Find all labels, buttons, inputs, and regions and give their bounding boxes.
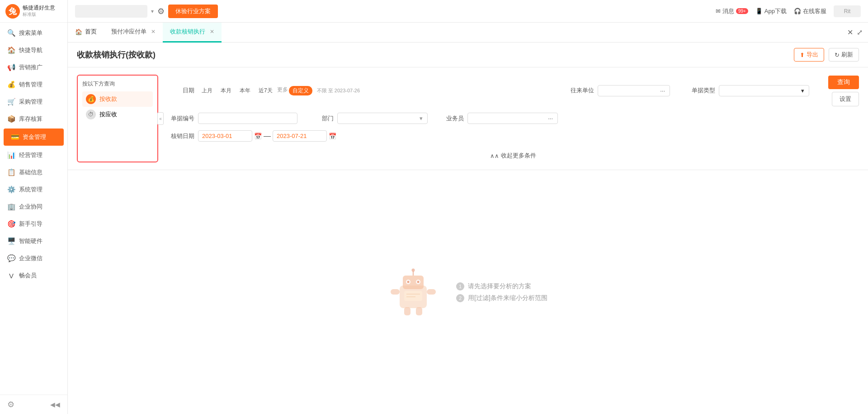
date-dash: — bbox=[264, 132, 271, 140]
page-header: 收款核销执行(按收款) ⬆ 导出 ↻ 刷新 bbox=[68, 43, 868, 67]
sidebar-item-guide[interactable]: 🎯新手引导 bbox=[0, 215, 67, 233]
marketing-icon: 📢 bbox=[7, 63, 15, 71]
tab-close-all-icon[interactable]: ✕ bbox=[847, 28, 853, 37]
sidebar-item-inventory[interactable]: 📦库存核算 bbox=[0, 110, 67, 128]
filter-fields: 日期 上月 本月 本年 近7天 更多 自定义 bbox=[167, 75, 859, 162]
logo-sub: 标准版 bbox=[23, 11, 55, 18]
settings-button[interactable]: 设置 bbox=[832, 92, 859, 106]
sidebar-item-quick-nav[interactable]: 🏠快捷导航 bbox=[0, 42, 67, 59]
app-download-label: App下载 bbox=[764, 7, 787, 15]
staff-input[interactable]: ··· bbox=[467, 113, 558, 124]
date-tab-this-month[interactable]: 本月 bbox=[217, 86, 235, 95]
app-icon: 📱 bbox=[755, 8, 763, 14]
app-download-action[interactable]: 📱 App下载 bbox=[755, 7, 787, 15]
collapse-more-button[interactable]: ∧∧ 收起更多条件 bbox=[485, 149, 542, 162]
tabbar-controls: ✕ ⤢ bbox=[847, 28, 868, 37]
counterpart-input[interactable]: ··· bbox=[598, 85, 670, 96]
calendar-end-icon[interactable]: 📅 bbox=[329, 133, 336, 140]
quick-nav-label: 快捷导航 bbox=[19, 46, 42, 54]
date-tab-this-year[interactable]: 本年 bbox=[236, 86, 254, 95]
date-tab-7days[interactable]: 近7天 bbox=[255, 86, 276, 95]
tab-prepay[interactable]: 预付冲应付单 ✕ bbox=[104, 23, 163, 43]
refresh-button[interactable]: ↻ 刷新 bbox=[829, 48, 859, 62]
filter-by-receivable[interactable]: ⏱ 按应收 bbox=[82, 107, 153, 122]
tab-receipt-writeoff-close[interactable]: ✕ bbox=[210, 29, 214, 35]
topbar-right: ✉ 消息 99+ 📱 App下载 🎧 在线客服 Rit bbox=[716, 5, 861, 17]
search-label: 搜索菜单 bbox=[19, 29, 42, 37]
sidebar-item-wechat[interactable]: 💬企业微信 bbox=[0, 250, 67, 267]
filter-dept-field: 部门 ▾ bbox=[307, 113, 428, 124]
date-label: 日期 bbox=[167, 86, 194, 95]
empty-hint-1: 1 请先选择要分析的方案 bbox=[456, 282, 547, 290]
headset-icon: 🎧 bbox=[794, 8, 801, 14]
docno-label: 单据编号 bbox=[167, 114, 194, 123]
sidebar-item-basic[interactable]: 📋基础信息 bbox=[0, 164, 67, 181]
staff-label: 业务员 bbox=[437, 114, 464, 123]
writeoff-start-date-input[interactable] bbox=[198, 130, 252, 142]
online-service-action[interactable]: 🎧 在线客服 bbox=[794, 7, 826, 15]
calendar-start-icon[interactable]: 📅 bbox=[254, 133, 262, 140]
sidebar-item-member[interactable]: V畅会员 bbox=[0, 267, 67, 284]
sidebar-item-system[interactable]: ⚙️系统管理 bbox=[0, 181, 67, 198]
refresh-label: 刷新 bbox=[841, 51, 853, 59]
dept-select[interactable]: ▾ bbox=[337, 113, 428, 124]
filter-by-receipt[interactable]: 💰 按收款 bbox=[82, 91, 153, 107]
writeoff-end-date-input[interactable] bbox=[273, 130, 327, 142]
message-action[interactable]: ✉ 消息 99+ bbox=[716, 7, 748, 15]
sidebar-item-operation[interactable]: 📊经营管理 bbox=[0, 147, 67, 164]
member-label: 畅会员 bbox=[19, 271, 37, 280]
svg-rect-12 bbox=[404, 291, 422, 301]
enterprise-label: 企业协同 bbox=[19, 203, 42, 211]
sidebar-item-enterprise[interactable]: 🏢企业协同 bbox=[0, 198, 67, 215]
sidebar-item-hardware[interactable]: 🖥️智能硬件 bbox=[0, 233, 67, 250]
message-icon: ✉ bbox=[716, 8, 721, 14]
query-button[interactable]: 查询 bbox=[828, 76, 859, 89]
filter-by-receivable-label: 按应收 bbox=[99, 110, 117, 119]
tabbar: 🏠 首页 预付冲应付单 ✕ 收款核销执行 ✕ ✕ ⤢ bbox=[68, 23, 868, 43]
collapse-sidebar-icon[interactable]: ◀◀ bbox=[50, 401, 60, 408]
sidebar-item-search[interactable]: 🔍搜索菜单 bbox=[0, 24, 67, 42]
filter-row-1: 日期 上月 本月 本年 近7天 更多 自定义 bbox=[167, 75, 859, 106]
docno-input[interactable] bbox=[198, 113, 297, 124]
date-group: 上月 本月 本年 近7天 更多 自定义 不限 至 2023-07-26 bbox=[198, 86, 360, 95]
tab-home[interactable]: 🏠 首页 bbox=[68, 23, 104, 43]
sidebar-item-marketing[interactable]: 📢营销推广 bbox=[0, 59, 67, 76]
svg-point-5 bbox=[417, 281, 420, 283]
empty-num-1: 1 bbox=[456, 282, 464, 290]
purchase-label: 采购管理 bbox=[19, 98, 42, 106]
sidebar-item-sales[interactable]: 💰销售管理 bbox=[0, 76, 67, 93]
svg-point-7 bbox=[412, 268, 415, 271]
svg-rect-1 bbox=[403, 276, 424, 289]
dept-chevron: ▾ bbox=[420, 115, 423, 122]
filter-docno-field: 单据编号 bbox=[167, 113, 297, 124]
sidebar-item-purchase[interactable]: 🛒采购管理 bbox=[0, 93, 67, 110]
receivable-icon: ⏱ bbox=[86, 109, 96, 119]
doctype-select[interactable]: ▾ bbox=[719, 85, 809, 96]
export-icon: ⬆ bbox=[800, 52, 805, 58]
sidebar-item-finance[interactable]: 💳资金管理 bbox=[4, 128, 64, 146]
tab-prepay-close[interactable]: ✕ bbox=[151, 29, 156, 35]
topbar-search-blurred bbox=[75, 5, 147, 18]
date-tab-more[interactable]: 更多 bbox=[277, 86, 288, 95]
finance-label: 资金管理 bbox=[23, 133, 46, 141]
empty-hint-2-label: 用[过滤]条件来缩小分析范围 bbox=[468, 294, 547, 302]
message-label: 消息 bbox=[722, 7, 734, 15]
tab-expand-icon[interactable]: ⤢ bbox=[857, 28, 863, 37]
date-tab-last-month[interactable]: 上月 bbox=[198, 86, 216, 95]
tab-receipt-writeoff[interactable]: 收款核销执行 ✕ bbox=[163, 23, 222, 43]
solution-button[interactable]: 休验行业方案 bbox=[168, 5, 218, 18]
user-avatar[interactable]: Rit bbox=[834, 5, 861, 17]
doctype-label: 单据类型 bbox=[679, 86, 715, 95]
topbar-gear-icon[interactable]: ⚙ bbox=[157, 6, 165, 16]
tab-prepay-label: 预付冲应付单 bbox=[111, 28, 146, 36]
filter-collapse-arrow[interactable]: « bbox=[157, 112, 164, 125]
message-badge: 99+ bbox=[736, 8, 748, 14]
topbar-chevron-icon[interactable]: ▾ bbox=[151, 8, 154, 14]
date-tab-custom[interactable]: 自定义 bbox=[289, 86, 312, 95]
svg-rect-11 bbox=[416, 307, 422, 315]
topbar: ▾ ⚙ 休验行业方案 ✉ 消息 99+ 📱 App下载 🎧 在线客服 Rit bbox=[68, 0, 868, 23]
export-button[interactable]: ⬆ 导出 bbox=[794, 48, 824, 62]
export-label: 导出 bbox=[807, 51, 818, 59]
filter-row-2: 单据编号 部门 ▾ 业务员 bbox=[167, 113, 859, 124]
settings-icon[interactable]: ⚙ bbox=[7, 400, 14, 409]
